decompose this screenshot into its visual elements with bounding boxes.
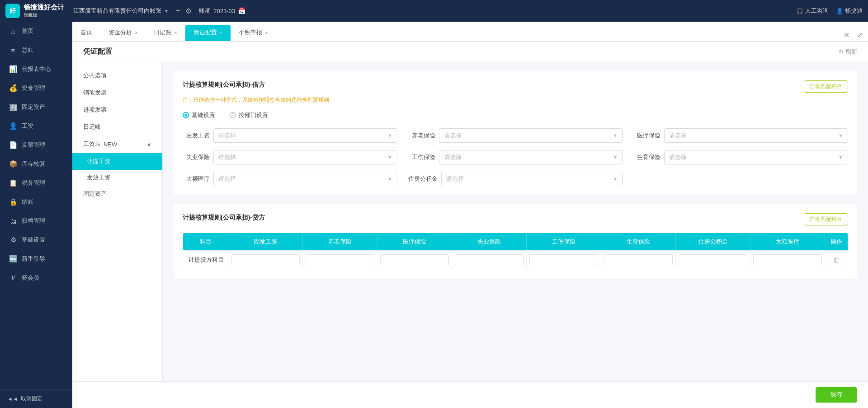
sidebar-item-settings[interactable]: ⚙ 基础设置 [0, 230, 72, 249]
tab-bar: 首页 资金分析 × 日记账 × 凭证配置 × 个税申报 × ✕ ⤢ [72, 22, 868, 42]
radio-basic[interactable]: 基础设置 [183, 111, 215, 119]
td-salary-val[interactable] [228, 251, 303, 269]
sidebar-label-home: 首页 [22, 27, 33, 35]
td-pension-val[interactable] [303, 251, 377, 269]
sidebar-item-close[interactable]: 🔒 结账 [0, 192, 72, 211]
sidebar-label-tax: 税务管理 [22, 179, 45, 187]
input-pension-credit[interactable] [306, 254, 374, 265]
sidebar-item-home[interactable]: ⌂ 首页 [0, 22, 72, 41]
td-delete[interactable]: 🗑 [825, 251, 848, 269]
sidebar-item-member[interactable]: V 畅会员 [0, 268, 72, 287]
field-work-injury: 工伤保险 请选择 ▼ [408, 150, 623, 164]
select-housing-fund[interactable]: 请选择 ▼ [441, 172, 623, 186]
radio-basic-circle [183, 112, 189, 118]
nav-salary-calc-label: 计提工资 [87, 157, 110, 165]
refresh-button[interactable]: ↻ 刷新 [839, 48, 857, 56]
label-salary: 应发工资 [183, 131, 210, 140]
page-header: 凭证配置 ↻ 刷新 [72, 42, 868, 62]
select-major-medical[interactable]: 请选择 ▼ [213, 172, 397, 186]
tab-home[interactable]: 首页 [72, 25, 100, 41]
tab-voucher-label: 凭证配置 [193, 28, 217, 37]
company-dropdown-icon[interactable]: ▼ [164, 9, 169, 14]
select-medical[interactable]: 请选择 ▼ [664, 128, 848, 143]
nav-salary-pay[interactable]: 发放工资 [72, 170, 162, 185]
app-name: 畅捷通好会计 [24, 3, 64, 12]
sidebar-label-assets: 固定资产 [22, 103, 45, 111]
th-housing: 住房公积金 [676, 233, 750, 250]
sidebar-item-funds[interactable]: 💰 资金管理 [0, 79, 72, 98]
tab-tax[interactable]: 个税申报 × [231, 25, 276, 41]
tab-close-button[interactable]: ✕ [842, 29, 851, 41]
app-edition: 旗舰版 [24, 12, 64, 19]
sidebar-item-archive[interactable]: 🗂 归档管理 [0, 211, 72, 230]
arrow-major-medical: ▼ [387, 176, 392, 182]
tab-fund-close[interactable]: × [135, 30, 137, 35]
nav-public[interactable]: 公共选项 [72, 67, 162, 84]
tab-journal-close[interactable]: × [174, 30, 177, 35]
select-pension[interactable]: 请选择 ▼ [439, 128, 623, 143]
sidebar-item-general[interactable]: ≡ 总账 [0, 41, 72, 60]
select-work-injury[interactable]: 请选择 ▼ [439, 150, 623, 164]
input-work-injury-credit[interactable] [529, 254, 598, 265]
sidebar-item-assets[interactable]: 🏢 固定资产 [0, 98, 72, 117]
input-unemployment-credit[interactable] [455, 254, 524, 265]
tab-voucher-close[interactable]: × [220, 30, 222, 35]
td-medical-val[interactable] [377, 251, 452, 269]
debit-auto-match-button[interactable]: 自动匹配科目 [804, 80, 848, 93]
salary-icon: 👤 [9, 122, 17, 130]
td-maternity-val[interactable] [601, 251, 676, 269]
input-maternity-credit[interactable] [604, 254, 673, 265]
add-button[interactable]: + [176, 7, 180, 15]
label-major-medical: 大额医疗 [183, 175, 210, 183]
th-major-medical: 大额医疗 [750, 233, 825, 250]
sidebar-item-salary[interactable]: 👤 工资 [0, 117, 72, 136]
company-name: 江西服宝精品有限责任公司内账张 [73, 7, 161, 15]
radio-dept-label: 按部门设置 [239, 111, 268, 119]
two-pane: 公共选项 销项发票 进项发票 日记账 工资表 NEW ∨ [72, 62, 868, 381]
credit-table: 科目 应发工资 养老保险 医疗保险 失业保险 工伤保险 生育保险 住房公积金 大… [183, 233, 848, 269]
cancel-pin-button[interactable]: ◄◄ 取消固定 [0, 389, 72, 408]
input-housing-credit[interactable] [679, 254, 747, 265]
nav-salary-calc[interactable]: 计提工资 [72, 153, 162, 170]
td-housing-val[interactable] [676, 251, 750, 269]
delete-row-icon[interactable]: 🗑 [833, 256, 840, 263]
sidebar-item-reports[interactable]: 📊 云报表中心 [0, 60, 72, 79]
input-salary-credit[interactable] [231, 254, 300, 265]
td-work-injury-val[interactable] [527, 251, 601, 269]
nav-sales[interactable]: 销项发票 [72, 84, 162, 101]
field-medical: 医疗保险 请选择 ▼ [633, 128, 848, 143]
main-layout: ⌂ 首页 ≡ 总账 📊 云报表中心 💰 资金管理 🏢 固定资产 👤 工资 📄 发… [0, 22, 868, 408]
td-major-medical-val[interactable] [750, 251, 825, 269]
td-unemployment-val[interactable] [452, 251, 527, 269]
calendar-icon[interactable]: 📅 [238, 7, 245, 14]
nav-journal[interactable]: 日记账 [72, 118, 162, 136]
nav-fixed-assets[interactable]: 固定资产 [72, 185, 162, 202]
close-month-icon: 🔒 [9, 198, 17, 206]
tab-fund[interactable]: 资金分析 × [100, 25, 146, 41]
sidebar-item-guide[interactable]: 🆕 新手引导 [0, 249, 72, 268]
page-title: 凭证配置 [83, 47, 112, 56]
input-major-medical-credit[interactable] [753, 254, 822, 265]
home-icon: ⌂ [9, 28, 17, 35]
field-housing-fund: 住房公积金 请选择 ▼ [408, 172, 623, 186]
select-unemployment[interactable]: 请选择 ▼ [213, 150, 397, 164]
nav-purchase[interactable]: 进项发票 [72, 101, 162, 118]
tab-voucher[interactable]: 凭证配置 × [185, 25, 231, 41]
sidebar-item-invoice[interactable]: 📄 发票管理 [0, 136, 72, 155]
select-maternity[interactable]: 请选择 ▼ [664, 150, 848, 164]
nav-salary-table[interactable]: 工资表 NEW ∨ [72, 136, 162, 153]
consult-button[interactable]: 🎧 人工咨询 [796, 7, 829, 15]
sidebar-item-tax[interactable]: 📋 税务管理 [0, 174, 72, 192]
credit-auto-match-button[interactable]: 自动匹配科目 [804, 213, 848, 225]
input-medical-credit[interactable] [380, 254, 449, 265]
sidebar-item-inventory[interactable]: 📦 库存核算 [0, 155, 72, 174]
tab-expand-button[interactable]: ⤢ [855, 29, 864, 41]
tab-journal[interactable]: 日记账 × [146, 25, 185, 41]
user-menu[interactable]: 👤 畅捷通 [836, 7, 863, 15]
save-button[interactable]: 保存 [816, 387, 857, 403]
tab-tax-close[interactable]: × [265, 30, 268, 35]
nav-fixed-assets-label: 固定资产 [83, 190, 107, 198]
radio-dept[interactable]: 按部门设置 [230, 111, 268, 119]
select-salary[interactable]: 请选择 ▼ [213, 128, 397, 143]
settings-icon[interactable]: ⚙ [185, 7, 192, 15]
